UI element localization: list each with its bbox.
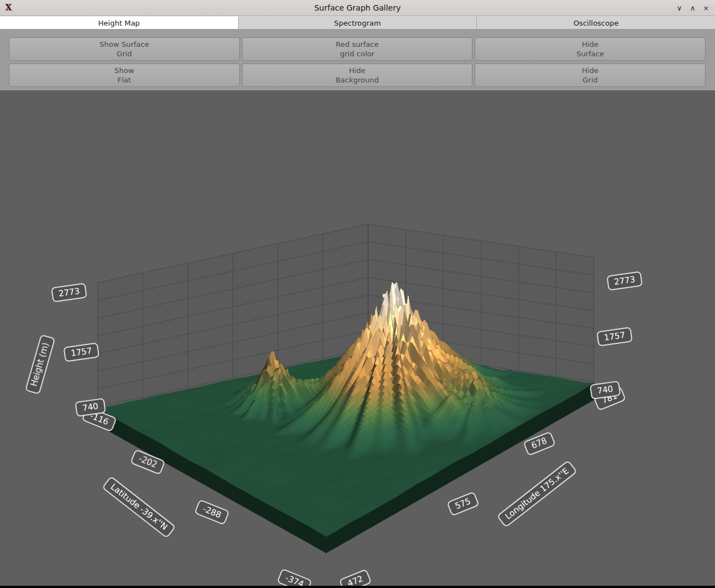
button-label: Surface [576, 49, 604, 59]
button-label: Grid [583, 75, 598, 85]
tab-bar: Height Map Spectrogram Oscilloscope [0, 16, 715, 30]
button-label: Background [336, 75, 379, 85]
hide-surface-button[interactable]: Hide Surface [475, 37, 706, 61]
button-label: Hide [349, 66, 366, 75]
button-label: Hide [582, 40, 598, 49]
shade-button[interactable]: ∨ [673, 0, 686, 16]
maximize-button[interactable]: ∧ [686, 0, 699, 16]
button-label: grid color [340, 49, 375, 59]
hide-grid-button[interactable]: Hide Grid [475, 64, 706, 87]
button-label: Flat [118, 75, 131, 85]
show-flat-button[interactable]: Show Flat [9, 64, 240, 87]
button-label: Show [114, 66, 134, 75]
window-title: Surface Graph Gallery [0, 3, 715, 12]
surface-grid-color-button[interactable]: Red surface grid color [242, 37, 473, 61]
button-label: Grid [117, 49, 132, 59]
show-surface-grid-button[interactable]: Show Surface Grid [9, 37, 240, 61]
surface-plot-area: Height (m) 2773 1757 -116 740 -202 -288 … [0, 90, 715, 586]
window-controls: ∨ ∧ × [673, 0, 713, 16]
tab-spectrogram[interactable]: Spectrogram [239, 16, 477, 29]
tab-oscilloscope[interactable]: Oscilloscope [477, 16, 715, 29]
app-icon: X [4, 3, 13, 12]
toolbar: Show Surface Grid Red surface grid color… [0, 30, 715, 90]
button-label: Show Surface [99, 40, 149, 49]
button-label: Hide [582, 66, 598, 75]
close-button[interactable]: × [699, 0, 713, 16]
tab-height-map[interactable]: Height Map [0, 16, 239, 29]
titlebar: X Surface Graph Gallery ∨ ∧ × [0, 0, 715, 16]
window-bottom-edge [0, 586, 715, 588]
hide-background-button[interactable]: Hide Background [242, 64, 473, 87]
app-window: X Surface Graph Gallery ∨ ∧ × Height Map… [0, 0, 715, 588]
button-label: Red surface [336, 40, 379, 49]
